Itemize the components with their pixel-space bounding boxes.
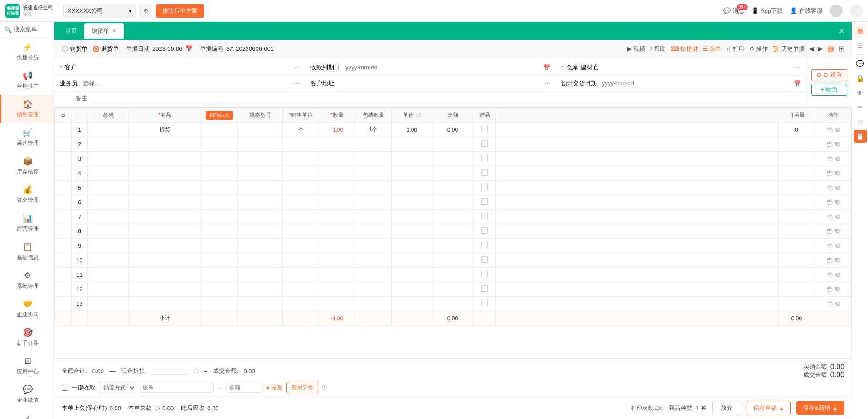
discard-button[interactable]: 放弃	[712, 401, 741, 415]
price-info-icon[interactable]: ⓘ	[416, 112, 421, 118]
calc-method-select[interactable]: 结算方式	[99, 382, 136, 393]
radio-sale-order[interactable]: 销货单	[62, 45, 87, 53]
th-scan[interactable]: 扫码录入	[201, 108, 238, 123]
messages-button[interactable]: 💬 消息 99+	[723, 7, 744, 15]
toolbar-select-btn[interactable]: ☰ 选单	[703, 45, 721, 53]
sidebar-item-enterprise[interactable]: 🤝 企业协同	[0, 294, 54, 323]
cash-discount-input[interactable]	[152, 367, 188, 375]
cell-unit-1[interactable]: 个	[283, 123, 319, 137]
delete-icon[interactable]: 🗑	[826, 213, 833, 221]
right-panel-eye-icon[interactable]: 👁	[854, 87, 867, 99]
cell-barcode-1[interactable]	[88, 123, 129, 137]
cell-qty-1[interactable]: -1.00	[319, 123, 355, 137]
sidebar-item-marketing[interactable]: 📢 营销推广	[0, 66, 54, 95]
toolbar-next-icon[interactable]: ▶	[818, 45, 823, 52]
copy-icon[interactable]: ⧉	[835, 213, 840, 221]
delete-icon[interactable]: 🗑	[826, 169, 833, 177]
toolbar-grid-icon[interactable]: ▦	[827, 44, 834, 53]
cell-spec-1[interactable]	[238, 123, 283, 137]
trial-button[interactable]: 体验行业方案	[156, 4, 204, 18]
right-panel-grid-icon[interactable]: ▦	[854, 24, 867, 37]
note-input[interactable]	[91, 93, 801, 103]
right-panel-star-icon[interactable]: ☆	[854, 116, 867, 128]
cell-memo-1[interactable]	[496, 123, 779, 137]
copy-icon[interactable]: ⧉	[835, 169, 840, 177]
add-button[interactable]: ● 添加	[266, 384, 283, 392]
save-draft-button[interactable]: 保存草稿 ▲	[747, 401, 791, 415]
tab-home[interactable]: 首页	[58, 23, 84, 39]
delete-icon[interactable]: 🗑	[826, 300, 833, 308]
delete-icon[interactable]: 🗑	[826, 184, 833, 192]
gift-checkbox[interactable]	[481, 227, 488, 234]
payment-amount-input[interactable]	[226, 383, 262, 393]
sidebar-item-finance[interactable]: 💰 资金管理	[0, 180, 54, 209]
online-service-button[interactable]: 👤 在线客服	[790, 7, 823, 15]
tab-sales-order[interactable]: 销货单 ✕	[84, 23, 124, 39]
gift-checkbox[interactable]	[481, 300, 488, 306]
fee-allocation-button[interactable]: 费用分摊	[286, 382, 318, 393]
sidebar-item-member[interactable]: ✓ 畅会员	[0, 409, 54, 419]
gift-checkbox[interactable]	[481, 271, 488, 277]
one-click-payment-checkbox[interactable]	[62, 385, 68, 391]
delete-icon[interactable]: 🗑	[826, 140, 833, 148]
scan-button[interactable]: 扫码录入	[206, 111, 233, 120]
sidebar-item-sales[interactable]: 🏠 销售管理	[0, 95, 54, 123]
sidebar-item-guide[interactable]: 🎯 新手引导	[0, 323, 54, 352]
sidebar-item-ops[interactable]: 📊 经营管理	[0, 209, 54, 237]
delete-icon[interactable]: 🗑	[826, 242, 833, 250]
copy-icon[interactable]: ⧉	[835, 256, 840, 264]
toolbar-history-btn[interactable]: 📜 历史单据	[772, 45, 805, 53]
copy-icon[interactable]: ⧉	[835, 155, 840, 163]
toolbar-video-btn[interactable]: ▶ 视频	[627, 45, 645, 53]
copy-icon[interactable]: ⧉	[835, 300, 840, 308]
delete-icon[interactable]: 🗑	[826, 285, 833, 293]
sidebar-item-inventory[interactable]: 📦 库存核算	[0, 152, 54, 180]
copy-icon[interactable]: ⧉	[835, 242, 840, 250]
right-panel-lock-icon[interactable]: 🔒	[854, 72, 867, 85]
gift-checkbox[interactable]	[481, 169, 488, 176]
copy-icon-1[interactable]: ⧉	[835, 126, 840, 134]
gift-checkbox[interactable]	[481, 285, 488, 292]
toolbar-operate-btn[interactable]: ⚙ 操作	[749, 45, 768, 53]
th-settings[interactable]: ⚙	[55, 108, 72, 123]
close-all-tabs-button[interactable]: ✕	[835, 27, 848, 35]
toolbar-print-btn[interactable]: 🖨 打印	[726, 45, 745, 53]
gift-checkbox[interactable]	[481, 256, 488, 263]
calendar-icon[interactable]: 📅	[185, 45, 193, 52]
salesman-more-icon[interactable]: ···	[294, 79, 300, 87]
app-download-button[interactable]: 📱 App下载	[752, 7, 783, 15]
sidebar-item-basics[interactable]: 📋 基础信息	[0, 237, 54, 266]
toolbar-help-btn[interactable]: ? 帮助	[650, 45, 666, 53]
tab-sales-close[interactable]: ✕	[112, 28, 116, 34]
sidebar-item-purchase[interactable]: 🛒 采购管理	[0, 123, 54, 152]
customer-input[interactable]	[79, 63, 289, 72]
right-panel-action-icon[interactable]: 📋	[854, 130, 867, 143]
cell-price-1[interactable]: 0.00	[392, 123, 432, 137]
right-panel-edit-icon[interactable]: ✏	[854, 101, 867, 114]
sidebar-item-wechat[interactable]: 💬 企业微信	[0, 380, 54, 409]
due-date-input[interactable]	[343, 63, 540, 72]
fee-info-icon[interactable]: ⓘ	[322, 384, 327, 391]
gift-checkbox[interactable]	[481, 242, 488, 248]
setup-button[interactable]: ⚙ ⚙ 设置	[811, 69, 847, 81]
delete-icon[interactable]: 🗑	[826, 155, 833, 163]
account-input[interactable]	[140, 383, 214, 393]
gift-checkbox-1[interactable]	[481, 126, 488, 132]
salesman-input[interactable]	[80, 78, 289, 88]
right-panel-list-icon[interactable]: ⊞	[854, 39, 867, 52]
warehouse-more-icon[interactable]: ···	[795, 63, 801, 72]
gift-checkbox[interactable]	[481, 213, 488, 219]
copy-icon[interactable]: ⧉	[835, 271, 840, 279]
delete-icon-1[interactable]: 🗑	[826, 126, 833, 134]
gift-checkbox[interactable]	[481, 155, 488, 161]
sidebar-item-quick-nav[interactable]: ⚡ 快捷导航	[0, 38, 54, 66]
cell-gift-1[interactable]	[473, 123, 496, 137]
company-selector[interactable]: XXXXXX公司 ▾	[63, 5, 136, 17]
logistics-button[interactable]: + 物流	[811, 84, 847, 96]
delete-icon[interactable]: 🗑	[826, 227, 833, 235]
copy-icon[interactable]: ⧉	[835, 198, 840, 206]
account-dots[interactable]: ···	[218, 384, 223, 391]
customer-more-icon[interactable]: ···	[294, 63, 300, 72]
user-avatar[interactable]	[830, 5, 843, 17]
copy-icon[interactable]: ⧉	[835, 227, 840, 235]
